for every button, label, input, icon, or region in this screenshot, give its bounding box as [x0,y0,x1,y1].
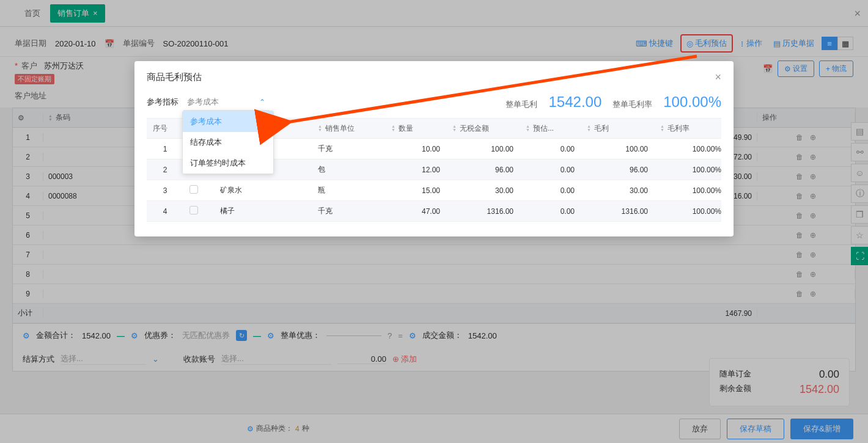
row-name: 橘子 [214,206,312,216]
col-seq[interactable]: 序号 [147,123,183,134]
modal-title: 商品毛利预估 [147,71,202,83]
col-unit[interactable]: ▲▼销售单位 [312,123,385,134]
row-unit: 包 [312,164,385,175]
row-profit: 30.00 [581,186,654,195]
dropdown-option[interactable]: 参考成本 [183,111,273,132]
row-amt: 1316.00 [446,207,520,216]
row-check[interactable] [183,206,214,216]
row-seq: 1 [147,145,183,153]
row-check[interactable] [183,185,214,196]
total-profit-value: 1542.00 [548,93,601,111]
close-icon[interactable]: × [715,71,721,84]
row-unit: 千克 [312,144,385,154]
row-rate: 100.00% [654,186,727,195]
row-est: 0.00 [520,207,581,216]
row-est: 0.00 [520,166,581,174]
table-row[interactable]: 4橘子千克47.001316.000.001316.00100.00% [147,201,721,222]
col-profit[interactable]: ▲▼毛利 [581,123,654,134]
row-profit: 96.00 [581,166,654,174]
total-profit-label: 整单毛利 [506,99,537,110]
row-seq: 3 [147,186,183,195]
chevron-up-icon: ⌃ [259,98,265,106]
row-rate: 100.00% [654,145,727,153]
filter-row: 参考指标 参考成本 ⌃ 参考成本 结存成本 订单签约时成本 整单毛利 1542.… [147,93,721,111]
row-qty: 12.00 [385,166,446,174]
row-qty: 47.00 [385,207,446,216]
col-amt[interactable]: ▲▼无税金额 [446,123,520,134]
row-amt: 30.00 [446,186,520,195]
col-rate[interactable]: ▲▼毛利率 [654,123,727,134]
total-rate-label: 整单毛利率 [612,99,652,110]
col-qty[interactable]: ▲▼数量 [385,123,446,134]
row-qty: 15.00 [385,186,446,195]
row-qty: 10.00 [385,145,446,153]
ref-select[interactable]: 参考成本 ⌃ [183,94,269,111]
modal-mask: 商品毛利预估 × 参考指标 参考成本 ⌃ 参考成本 结存成本 订单签约时成本 整… [0,0,868,443]
ref-value: 参考成本 [187,97,219,108]
dropdown-option[interactable]: 订单签约时成本 [183,153,273,174]
total-rate-value: 100.00% [663,93,721,111]
dropdown-option[interactable]: 结存成本 [183,132,273,153]
row-est: 0.00 [520,186,581,195]
row-amt: 100.00 [446,145,520,153]
row-rate: 100.00% [654,207,727,216]
ref-label: 参考指标 [147,97,178,108]
col-est[interactable]: ▲▼预估... [520,123,581,134]
row-est: 0.00 [520,145,581,153]
ref-dropdown: 参考成本 结存成本 订单签约时成本 [182,111,274,174]
stats-right: 整单毛利 1542.00 整单毛利率 100.00% [506,93,721,111]
row-unit: 瓶 [312,185,385,196]
modal-header: 商品毛利预估 × [134,61,734,93]
modal-body: 参考指标 参考成本 ⌃ 参考成本 结存成本 订单签约时成本 整单毛利 1542.… [134,93,734,236]
row-seq: 4 [147,207,183,216]
row-amt: 96.00 [446,166,520,174]
row-rate: 100.00% [654,166,727,174]
profit-modal: 商品毛利预估 × 参考指标 参考成本 ⌃ 参考成本 结存成本 订单签约时成本 整… [134,61,734,236]
row-unit: 千克 [312,206,385,216]
row-profit: 100.00 [581,145,654,153]
table-row[interactable]: 3矿泉水瓶15.0030.000.0030.00100.00% [147,180,721,201]
row-name: 矿泉水 [214,185,312,196]
row-seq: 2 [147,166,183,174]
row-profit: 1316.00 [581,207,654,216]
